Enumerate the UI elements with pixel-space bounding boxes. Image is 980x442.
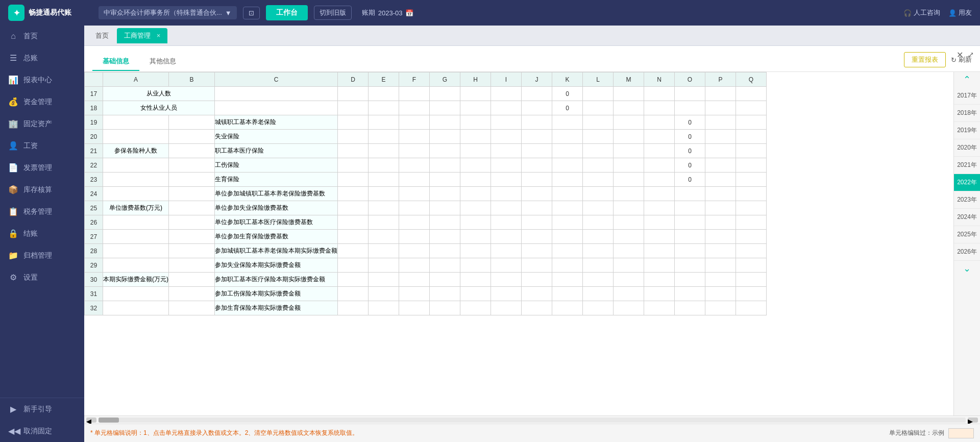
cell-27-n[interactable] — [644, 230, 675, 244]
cell-18-f[interactable] — [399, 101, 430, 115]
cell-27-c[interactable]: 单位参加生育保险缴费基数 — [215, 230, 338, 244]
cell-28-c[interactable]: 参加城镇职工基本养老保险本期实际缴费金额 — [215, 244, 338, 258]
cell-25-m[interactable] — [614, 201, 644, 215]
cell-18-a[interactable]: 女性从业人员 — [103, 101, 215, 115]
cell-30-i[interactable] — [491, 273, 522, 287]
cell-24-g[interactable] — [430, 187, 460, 201]
cell-30-b[interactable] — [169, 273, 215, 287]
workbench-button[interactable]: 工作台 — [266, 5, 308, 20]
cell-22-e[interactable] — [369, 158, 399, 173]
cell-19-m[interactable] — [614, 115, 644, 130]
tab-close-icon[interactable]: × — [157, 32, 161, 39]
cell-23-m[interactable] — [614, 173, 644, 187]
cell-31-l[interactable] — [583, 287, 614, 301]
cell-31-j[interactable] — [522, 287, 552, 301]
cell-19-j[interactable] — [522, 115, 552, 130]
cell-18-c[interactable] — [215, 101, 338, 115]
cell-24-f[interactable] — [399, 187, 430, 201]
cell-28-b[interactable] — [169, 244, 215, 258]
cell-20-j[interactable] — [522, 130, 552, 144]
cell-17-c[interactable] — [215, 87, 338, 101]
scroll-right-arrow[interactable]: ▶ — [968, 418, 978, 423]
cell-29-g[interactable] — [430, 258, 460, 273]
cell-24-o[interactable] — [675, 187, 705, 201]
cell-18-d[interactable] — [338, 101, 369, 115]
cell-19-i[interactable] — [491, 115, 522, 130]
cell-17-a[interactable]: 从业人数 — [103, 87, 215, 101]
sidebar-item-inventory[interactable]: 📦 库存核算 — [0, 179, 84, 201]
horizontal-scrollbar[interactable]: ◀ ▶ — [84, 415, 980, 424]
cell-22-k[interactable] — [552, 158, 583, 173]
cell-26-b[interactable] — [169, 215, 215, 230]
cell-30-j[interactable] — [522, 273, 552, 287]
cell-23-j[interactable] — [522, 173, 552, 187]
cell-32-g[interactable] — [430, 301, 460, 315]
col-header-a[interactable]: A — [103, 72, 169, 87]
scroll-left-arrow[interactable]: ◀ — [86, 418, 96, 423]
cell-29-a[interactable] — [103, 258, 169, 273]
cell-17-f[interactable] — [399, 87, 430, 101]
cell-25-a[interactable]: 单位缴费基数(万元) — [103, 201, 169, 215]
cell-29-f[interactable] — [399, 258, 430, 273]
reset-report-button[interactable]: 重置报表 — [904, 52, 946, 67]
col-header-l[interactable]: L — [583, 72, 614, 87]
cell-18-k[interactable]: 0 — [552, 101, 583, 115]
cell-24-d[interactable] — [338, 187, 369, 201]
cell-21-g[interactable] — [430, 144, 460, 158]
cell-29-j[interactable] — [522, 258, 552, 273]
cell-24-q[interactable] — [736, 187, 767, 201]
cell-27-l[interactable] — [583, 230, 614, 244]
cell-17-j[interactable] — [522, 87, 552, 101]
cell-24-n[interactable] — [644, 187, 675, 201]
col-header-q[interactable]: Q — [736, 72, 767, 87]
col-header-o[interactable]: O — [675, 72, 705, 87]
cell-19-f[interactable] — [399, 115, 430, 130]
cell-18-h[interactable] — [460, 101, 491, 115]
cell-32-i[interactable] — [491, 301, 522, 315]
sidebar-item-asset[interactable]: 🏢 固定资产 — [0, 113, 84, 135]
cell-31-c[interactable]: 参加工伤保险本期实际缴费金额 — [215, 287, 338, 301]
cell-23-a[interactable] — [103, 173, 169, 187]
cell-28-m[interactable] — [614, 244, 644, 258]
cell-23-l[interactable] — [583, 173, 614, 187]
user-item[interactable]: 👤 用友 — [948, 8, 972, 17]
tab-home[interactable]: 首页 — [88, 28, 116, 43]
cell-25-i[interactable] — [491, 201, 522, 215]
cell-20-p[interactable] — [705, 130, 736, 144]
cell-23-k[interactable] — [552, 173, 583, 187]
switch-old-button[interactable]: 切到旧版 — [314, 6, 352, 20]
cell-23-f[interactable] — [399, 173, 430, 187]
cell-25-j[interactable] — [522, 201, 552, 215]
cell-19-p[interactable] — [705, 115, 736, 130]
cell-27-d[interactable] — [338, 230, 369, 244]
col-header-f[interactable]: F — [399, 72, 430, 87]
cell-24-b[interactable] — [169, 187, 215, 201]
copy-button[interactable]: ⊡ — [243, 7, 260, 19]
cell-18-m[interactable] — [614, 101, 644, 115]
cell-23-e[interactable] — [369, 173, 399, 187]
cell-20-e[interactable] — [369, 130, 399, 144]
cell-22-q[interactable] — [736, 158, 767, 173]
cell-22-c[interactable]: 工伤保险 — [215, 158, 338, 173]
cell-27-o[interactable] — [675, 230, 705, 244]
col-header-j[interactable]: J — [522, 72, 552, 87]
cell-26-k[interactable] — [552, 215, 583, 230]
cell-23-o[interactable]: 0 — [675, 173, 705, 187]
cell-25-l[interactable] — [583, 201, 614, 215]
cell-32-j[interactable] — [522, 301, 552, 315]
cell-32-q[interactable] — [736, 301, 767, 315]
cell-21-d[interactable] — [338, 144, 369, 158]
year-item-2026[interactable]: 2026年 — [954, 243, 980, 261]
cell-30-e[interactable] — [369, 273, 399, 287]
cell-28-e[interactable] — [369, 244, 399, 258]
cell-28-j[interactable] — [522, 244, 552, 258]
cell-30-p[interactable] — [705, 273, 736, 287]
sidebar-item-payroll[interactable]: 👤 工资 — [0, 135, 84, 157]
cell-29-i[interactable] — [491, 258, 522, 273]
cell-19-d[interactable] — [338, 115, 369, 130]
cell-30-c[interactable]: 参加职工基本医疗保险本期实际缴费金额 — [215, 273, 338, 287]
cell-22-n[interactable] — [644, 158, 675, 173]
year-item-2017[interactable]: 2017年 — [954, 87, 980, 105]
cell-32-k[interactable] — [552, 301, 583, 315]
cell-21-c[interactable]: 职工基本医疗保险 — [215, 144, 338, 158]
